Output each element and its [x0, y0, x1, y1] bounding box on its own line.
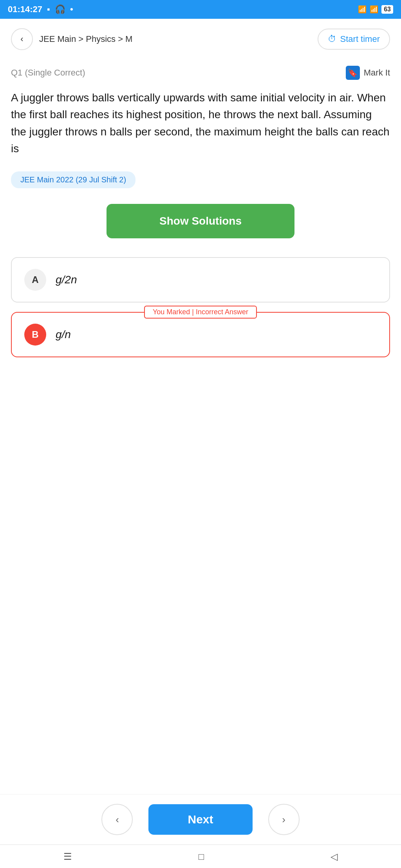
- signal-icon: 📶: [370, 5, 378, 14]
- option-a-text: g/2n: [56, 274, 77, 286]
- question-label: Q1 (Single Correct): [11, 68, 85, 78]
- option-a-card[interactable]: A g/2n: [11, 257, 390, 303]
- recording-icon: ▪: [47, 4, 50, 14]
- start-timer-label: Start timer: [340, 34, 380, 44]
- mark-it-button[interactable]: 🔖 Mark It: [346, 66, 390, 80]
- hamburger-icon[interactable]: ☰: [63, 851, 72, 862]
- status-right: 📶 📶 63: [358, 5, 393, 14]
- system-nav: ☰ □ ◁: [0, 845, 401, 868]
- prev-icon: ‹: [116, 814, 119, 826]
- breadcrumb: JEE Main > Physics > M: [39, 34, 311, 44]
- wifi-icon: 📶: [358, 5, 367, 14]
- status-bar: 01:14:27 ▪ 🎧 • 📶 📶 63: [0, 0, 401, 19]
- clock-icon: ⏱: [328, 34, 336, 44]
- bookmark-icon: 🔖: [346, 66, 360, 80]
- battery-display: 63: [381, 5, 393, 14]
- status-left: 01:14:27 ▪ 🎧 •: [8, 4, 73, 14]
- back-icon: ‹: [20, 34, 23, 44]
- option-b-text: g/n: [56, 328, 71, 341]
- headset-icon: 🎧: [55, 4, 65, 14]
- nav-bar: ‹ JEE Main > Physics > M ⏱ Start timer: [0, 19, 401, 59]
- bottom-nav: ‹ Next ›: [0, 794, 401, 845]
- back-button[interactable]: ‹: [11, 28, 33, 50]
- next-arrow-icon: ›: [282, 814, 285, 826]
- prev-button[interactable]: ‹: [101, 804, 133, 835]
- mark-it-label: Mark It: [364, 68, 390, 78]
- question-header: Q1 (Single Correct) 🔖 Mark It: [11, 59, 390, 89]
- option-b-label: B: [24, 324, 46, 346]
- content-area: Q1 (Single Correct) 🔖 Mark It A juggler …: [0, 59, 401, 445]
- home-icon[interactable]: □: [199, 851, 204, 862]
- question-tag: JEE Main 2022 (29 Jul Shift 2): [11, 171, 135, 188]
- time-display: 01:14:27: [8, 4, 42, 14]
- dot-icon: •: [70, 4, 73, 14]
- option-a-label: A: [24, 269, 46, 291]
- next-arrow-button[interactable]: ›: [268, 804, 300, 835]
- start-timer-button[interactable]: ⏱ Start timer: [318, 29, 390, 50]
- option-b-card[interactable]: You Marked | Incorrect Answer B g/n: [11, 312, 390, 357]
- system-back-icon[interactable]: ◁: [331, 851, 338, 862]
- next-button[interactable]: Next: [148, 804, 252, 835]
- question-text: A juggler throws balls vertically upward…: [11, 89, 390, 157]
- show-solutions-button[interactable]: Show Solutions: [107, 204, 294, 238]
- incorrect-badge: You Marked | Incorrect Answer: [144, 306, 257, 319]
